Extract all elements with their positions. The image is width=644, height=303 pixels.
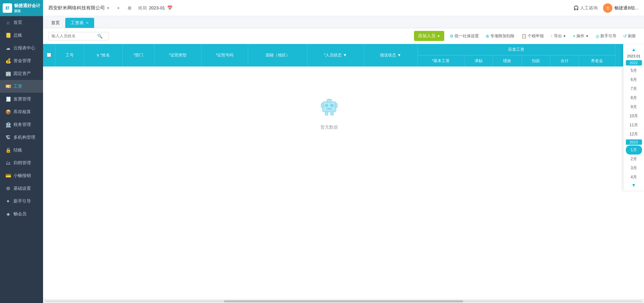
sidebar-item-member[interactable]: ◈ 畅会员 xyxy=(0,208,43,220)
sidebar-item-ledger[interactable]: 📒 总账 xyxy=(0,29,43,42)
month-2022-07[interactable]: 7月 xyxy=(626,84,642,93)
sidebar-item-home[interactable]: ⌂ 首页 xyxy=(0,16,43,29)
bottom-scrollbar[interactable] xyxy=(43,299,644,303)
sidebar-item-label: 小畅报销 xyxy=(13,173,31,179)
close-period-icon: 🔒 xyxy=(5,147,11,153)
header-cert-no: *证照号码 xyxy=(201,44,248,67)
user-area: B 畅捷通B组... xyxy=(603,3,639,13)
header-total: 合计 xyxy=(550,55,579,67)
panel-down-arrow[interactable]: ▼ xyxy=(631,182,637,188)
tab-home[interactable]: 首页 xyxy=(46,18,65,28)
svg-rect-5 xyxy=(335,103,337,107)
year-2022-label: 2022 xyxy=(626,60,642,66)
asset-icon: 🏢 xyxy=(5,71,11,76)
header-dept: *部门 xyxy=(123,44,154,67)
tab-payroll[interactable]: 工资表 ✕ xyxy=(65,18,94,28)
svg-rect-2 xyxy=(331,104,333,107)
header-id: 工号 xyxy=(55,44,84,67)
refresh-btn[interactable]: ↺ 刷新 xyxy=(620,32,639,40)
operations-btn[interactable]: ≡ 操作 ▼ xyxy=(570,32,592,40)
panel-up-arrow[interactable]: ▲ xyxy=(631,46,637,53)
home-icon: ⌂ xyxy=(5,20,11,25)
calendar-icon[interactable]: 📅 xyxy=(167,5,173,10)
svg-rect-1 xyxy=(325,104,328,107)
select-all-checkbox[interactable] xyxy=(47,53,51,57)
sidebar-item-label: 发票管理 xyxy=(13,96,31,102)
month-2022-11[interactable]: 11月 xyxy=(626,121,642,130)
add-person-button[interactable]: 添加人员 ▼ xyxy=(414,31,444,41)
headset-icon: 🎧 xyxy=(573,5,579,10)
sidebar-item-invoice[interactable]: 🧾 发票管理 xyxy=(0,93,43,105)
empty-illustration xyxy=(316,93,343,120)
table-body: 暂无数据 xyxy=(43,67,644,157)
sidebar-item-label: 工资 xyxy=(13,83,22,89)
settings-button[interactable]: ⚙ xyxy=(125,4,134,12)
month-2022-05[interactable]: 5月 xyxy=(626,66,642,75)
sidebar-item-cloud-report[interactable]: ☁ 云报表中心 xyxy=(0,42,43,54)
expense-icon: 💳 xyxy=(5,173,11,178)
export-dropdown-icon: ▼ xyxy=(563,34,566,38)
social-security-btn[interactable]: ⚙ 统一社保设置 xyxy=(447,32,482,40)
payroll-table: 工号 ⇅ *姓名 *部门 *证照类型 *证照号码 国籍（地区） *人员状态 ▼ xyxy=(43,44,644,157)
social-security-icon: ⚙ xyxy=(450,34,454,39)
sidebar-item-expense[interactable]: 💳 小畅报销 xyxy=(0,169,43,182)
tab-close-icon[interactable]: ✕ xyxy=(86,21,89,25)
company-selector[interactable]: 西安虾米网络科技有限公司 ▼ xyxy=(48,5,110,11)
empty-text: 暂无数据 xyxy=(320,124,338,130)
sidebar-item-close-period[interactable]: 🔒 结账 xyxy=(0,144,43,157)
header-status: *人员状态 ▼ xyxy=(307,44,364,67)
export-btn[interactable]: ↑ 导出 ▼ xyxy=(548,32,569,40)
inventory-icon: 📦 xyxy=(5,109,11,115)
report-filter-icon[interactable]: ▼ xyxy=(397,53,401,57)
sidebar-item-tax[interactable]: 🏦 税务管理 xyxy=(0,118,43,131)
search-input[interactable] xyxy=(51,34,95,38)
company-name: 西安虾米网络科技有限公司 xyxy=(48,5,105,11)
sidebar-item-multi-org[interactable]: 🏗 多机构管理 xyxy=(0,131,43,144)
sidebar-item-label: 首页 xyxy=(13,19,22,26)
export-icon: ↑ xyxy=(551,34,553,39)
refresh-icon: ↺ xyxy=(623,34,627,39)
add-company-button[interactable]: ＋ xyxy=(114,4,123,12)
month-2023-02[interactable]: 2月 xyxy=(626,155,642,164)
month-2022-06[interactable]: 6月 xyxy=(626,75,642,84)
search-box[interactable]: 🔍 xyxy=(48,32,109,40)
month-2022-12[interactable]: 12月 xyxy=(626,130,642,139)
header-pension: 养老金 xyxy=(579,55,615,67)
operations-dropdown-icon: ▼ xyxy=(585,34,589,38)
right-panel-header: 2023.01 xyxy=(626,53,642,59)
right-panel: ▲ 2023.01 2022 5月 6月 7月 8月 9月 10月 11月 12… xyxy=(623,44,644,190)
sidebar-item-label: 多机构管理 xyxy=(13,134,35,140)
header-report-status: 报送状态 ▼ xyxy=(364,44,417,67)
sidebar-item-guide[interactable]: ✦ 新手引导 xyxy=(0,195,43,208)
tax-report-btn[interactable]: 📋 个税申报 xyxy=(519,32,546,40)
svg-rect-4 xyxy=(321,103,323,107)
toolbar-actions: ⚙ 统一社保设置 ⊕ 专项附加扣除 📋 个税申报 ↑ 导出 ▼ ≡ xyxy=(447,32,639,40)
topbar-quick-actions: ＋ ⚙ xyxy=(114,4,134,12)
header-allowance: 津贴 xyxy=(464,55,493,67)
sidebar-item-label: 资金管理 xyxy=(13,58,31,64)
sidebar-item-basic-settings[interactable]: ⚙ 基础设置 xyxy=(0,182,43,195)
sidebar-item-archive[interactable]: 🗂 归档管理 xyxy=(0,157,43,169)
month-2023-04[interactable]: 4月 xyxy=(626,173,642,182)
sidebar-item-payroll[interactable]: 💴 工资 xyxy=(0,80,43,93)
content-main: 工号 ⇅ *姓名 *部门 *证照类型 *证照号码 国籍（地区） *人员状态 ▼ xyxy=(43,44,644,303)
month-2022-09[interactable]: 9月 xyxy=(626,102,642,112)
company-dropdown-icon[interactable]: ▼ xyxy=(106,6,110,10)
sidebar-item-inventory[interactable]: 📦 库存核算 xyxy=(0,105,43,118)
topbar-right: 🎧 人工咨询 B 畅捷通B组... xyxy=(573,3,639,13)
sidebar-item-asset[interactable]: 🏢 固定资产 xyxy=(0,67,43,80)
month-2023-03[interactable]: 3月 xyxy=(626,164,642,173)
sidebar-item-label: 基础设置 xyxy=(13,185,31,191)
status-filter-icon[interactable]: ▼ xyxy=(343,53,347,57)
sort-icon[interactable]: ⇅ xyxy=(97,53,99,57)
sidebar-item-fund[interactable]: 💰 资金管理 xyxy=(0,54,43,67)
month-2022-08[interactable]: 8月 xyxy=(626,93,642,102)
guide-btn[interactable]: ◎ 新手引导 xyxy=(593,32,619,40)
service-button[interactable]: 🎧 人工咨询 xyxy=(573,5,598,11)
svg-rect-7 xyxy=(331,112,333,115)
month-2023-01[interactable]: 1月 xyxy=(626,145,642,155)
tabbar: 首页 工资表 ✕ xyxy=(43,16,644,28)
month-2022-10[interactable]: 10月 xyxy=(626,112,642,121)
header-checkbox[interactable] xyxy=(43,44,55,67)
deduction-btn[interactable]: ⊕ 专项附加扣除 xyxy=(483,32,517,40)
